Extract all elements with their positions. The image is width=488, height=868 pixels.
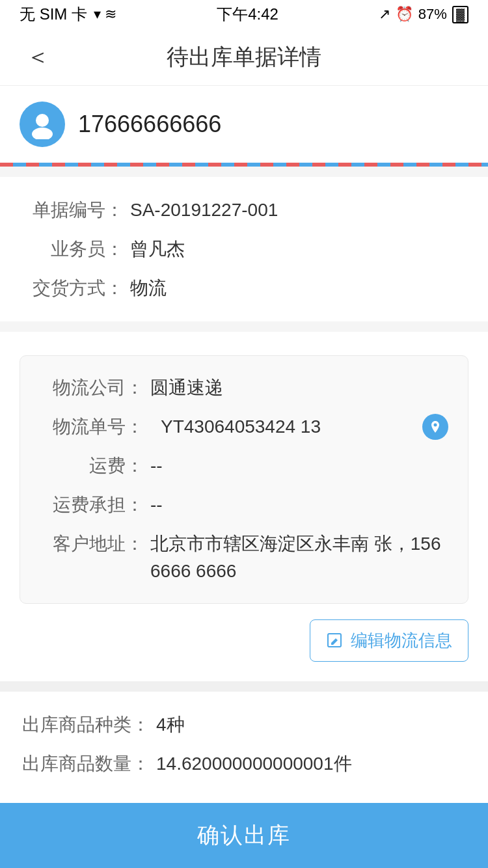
address-row: 客户地址： 北京市市辖区海淀区永丰南 张，156 6666 6666 (40, 530, 448, 585)
logistics-company-label: 物流公司： (40, 374, 144, 401)
edit-logistics-button[interactable]: 编辑物流信息 (310, 619, 468, 662)
delivery-method-value: 物流 (130, 275, 468, 302)
doc-number-label: 单据编号： (20, 197, 124, 224)
doc-number-value: SA-20191227-001 (130, 197, 468, 224)
nav-bar: ＜ 待出库单据详情 (0, 29, 488, 86)
user-header: 17666666666 (0, 86, 488, 163)
page-title: 待出库单据详情 (167, 42, 321, 72)
location-icon[interactable] (422, 414, 448, 440)
dashed-divider (0, 163, 488, 167)
location-status-icon: ↗ (379, 6, 390, 23)
goods-type-row: 出库商品种类： 4种 (20, 711, 468, 739)
logistics-section: 物流公司： 圆通速递 物流单号： YT43064053424 13 运费： --… (0, 332, 488, 681)
freight-bear-label: 运费承担： (40, 491, 144, 519)
status-right: ↗ ⏰ 87% ▓ (379, 6, 468, 23)
svg-point-1 (32, 128, 53, 139)
address-value: 北京市市辖区海淀区永丰南 张，156 6666 6666 (150, 530, 448, 585)
logistics-card: 物流公司： 圆通速递 物流单号： YT43064053424 13 运费： --… (20, 355, 468, 604)
goods-type-label: 出库商品种类： (20, 711, 150, 739)
status-bar: 无 SIM 卡 ▾ ≋ 下午4:42 ↗ ⏰ 87% ▓ (0, 0, 488, 29)
map-pin-icon (428, 420, 442, 434)
goods-quantity-row: 出库商品数量： 14.620000000000001件 (20, 750, 468, 778)
salesperson-row: 业务员： 曾凡杰 (20, 236, 468, 263)
salesperson-label: 业务员： (20, 236, 124, 263)
back-button[interactable]: ＜ (20, 34, 56, 79)
address-label: 客户地址： (40, 530, 144, 558)
goods-type-value: 4种 (156, 711, 468, 739)
confirm-outbound-button[interactable]: 确认出库 (0, 803, 488, 868)
svg-point-0 (36, 114, 49, 127)
delivery-method-label: 交货方式： (20, 275, 124, 302)
freight-bear-row: 运费承担： -- (40, 491, 448, 519)
salesperson-value: 曾凡杰 (130, 236, 468, 263)
tracking-label: 物流单号： (40, 413, 144, 441)
freight-bear-value: -- (150, 491, 448, 519)
freight-label: 运费： (40, 452, 144, 480)
edit-btn-container: 编辑物流信息 (20, 604, 468, 662)
logistics-company-value: 圆通速递 (150, 374, 448, 401)
battery-label: 87% (418, 6, 447, 23)
goods-quantity-value: 14.620000000000001件 (156, 750, 468, 778)
alarm-icon: ⏰ (396, 6, 413, 23)
goods-quantity-label: 出库商品数量： (20, 750, 150, 778)
carrier-label: 无 SIM 卡 (20, 4, 87, 25)
section-separator (0, 681, 488, 692)
delivery-method-row: 交货方式： 物流 (20, 275, 468, 302)
time-label: 下午4:42 (217, 4, 278, 25)
tracking-value: YT43064053424 13 (161, 413, 412, 441)
status-left: 无 SIM 卡 ▾ ≋ (20, 4, 116, 25)
user-avatar-icon (27, 109, 57, 139)
basic-info-section: 单据编号： SA-20191227-001 业务员： 曾凡杰 交货方式： 物流 (0, 177, 488, 321)
edit-logistics-label: 编辑物流信息 (351, 629, 452, 652)
user-phone: 17666666666 (78, 111, 221, 138)
logistics-company-row: 物流公司： 圆通速递 (40, 374, 448, 401)
wifi-icon: ▾ ≋ (94, 6, 116, 23)
battery-icon: ▓ (452, 6, 468, 23)
tracking-row: 物流单号： YT43064053424 13 (40, 413, 448, 441)
edit-icon (326, 632, 344, 650)
freight-row: 运费： -- (40, 452, 448, 480)
avatar (20, 102, 65, 147)
doc-number-row: 单据编号： SA-20191227-001 (20, 197, 468, 224)
freight-value: -- (150, 452, 448, 480)
